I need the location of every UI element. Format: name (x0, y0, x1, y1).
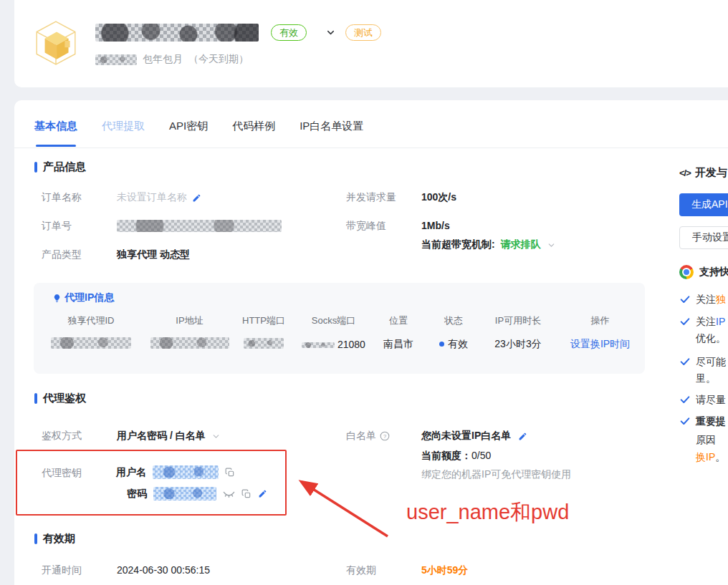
set-ip-rotate-time-link[interactable]: 设置换IP时间 (555, 338, 645, 351)
tip-item: 尽可能 (679, 356, 726, 369)
col-action: 操作 (555, 314, 645, 327)
tab-basic-info[interactable]: 基本信息 (34, 120, 77, 147)
cell-proxy-id (34, 337, 148, 351)
open-time-value: 2024-06-30 00:56:15 (117, 564, 210, 576)
tab-ip-whitelist[interactable]: IP白名单设置 (300, 120, 363, 147)
col-ip: IP地址 (148, 314, 231, 327)
whitelist-label: 白名单 (346, 430, 376, 443)
order-subtitle: 包年包月 （今天到期） (95, 53, 249, 66)
whitelist-status: 您尚未设置IP白名单 (421, 430, 511, 443)
tab-code-sample[interactable]: 代码样例 (232, 120, 275, 147)
sidebar-title: 开发与 (695, 166, 727, 180)
product-type-value: 独享代理 动态型 (117, 248, 190, 261)
check-icon (679, 415, 691, 427)
check-icon (679, 316, 691, 327)
order-header-card: 有效 测试 包年包月 （今天到期） (14, 0, 728, 87)
tab-bar: 基本信息 代理提取 API密钥 代码样例 IP白名单设置 (34, 120, 363, 147)
page: 有效 测试 包年包月 （今天到期） 基本信息 代理提取 API密钥 代码样例 I… (0, 0, 728, 585)
masked-order-no (117, 220, 282, 232)
chevron-down-icon[interactable] (325, 27, 336, 38)
col-http-port: HTTP端口 (231, 314, 297, 327)
product-type-label: 产品类型 (42, 248, 82, 261)
question-circle-icon[interactable]: ? (380, 431, 390, 441)
proxy-table-header: 独享代理ID IP地址 HTTP端口 Socks端口 位置 状态 IP可用时长 … (34, 314, 645, 327)
svg-text:?: ? (383, 433, 386, 440)
annotation-arrow (290, 473, 398, 541)
col-socks-port: Socks端口 (297, 314, 370, 327)
status-dot (439, 342, 444, 347)
col-duration: IP可用时长 (481, 314, 555, 327)
expiry-note: （今天到期） (188, 53, 249, 66)
col-proxy-id: 独享代理ID (34, 314, 148, 327)
tip-item: 重要提 (679, 415, 726, 428)
quota-value: 0/50 (471, 450, 491, 461)
tip-continuation: 里。 (696, 372, 716, 385)
check-icon (679, 394, 691, 405)
open-time-label: 开通时间 (42, 564, 82, 577)
over-bandwidth-mode[interactable]: 请求排队 (501, 238, 541, 251)
edit-whitelist-icon[interactable] (518, 432, 527, 441)
status-badge: 有效 (271, 24, 307, 41)
tip-continuation: 优化。 (696, 332, 726, 345)
auth-method-label: 鉴权方式 (42, 430, 82, 443)
masked-subtitle-text (95, 54, 137, 65)
auth-method-chevron-icon[interactable] (211, 432, 221, 441)
test-badge: 测试 (345, 24, 381, 41)
tab-api-key[interactable]: API密钥 (169, 120, 208, 147)
tab-proxy-extract[interactable]: 代理提取 (102, 120, 145, 147)
bandwidth-value: 1Mb/s (421, 220, 450, 231)
product-cube-icon (32, 19, 80, 67)
proxy-ip-panel-title: 代理IP信息 (52, 291, 114, 304)
chrome-support-text: 支持快 (699, 266, 728, 279)
masked-order-id (95, 24, 259, 42)
quota-label: 当前额度： (421, 450, 471, 461)
tip-item: 请尽量 (679, 394, 726, 407)
cell-location: 南昌市 (370, 338, 426, 351)
validity-period-value: 5小时59分 (421, 564, 468, 577)
concurrency-label: 并发请求量 (346, 191, 396, 204)
tip-item: 关注IP (679, 316, 725, 329)
manual-setup-button[interactable]: 手动设置 (679, 226, 728, 249)
tip-continuation: 原因 (696, 434, 716, 447)
check-icon (679, 356, 691, 367)
tip-continuation: 换IP。 (696, 451, 725, 464)
col-location: 位置 (370, 314, 426, 327)
code-icon: </> (679, 168, 691, 178)
check-icon (679, 294, 691, 305)
cell-ip (148, 337, 231, 351)
cell-socks-port: 21080 (297, 339, 370, 350)
over-bandwidth-chevron-icon[interactable] (547, 241, 556, 250)
lightbulb-icon (52, 294, 62, 303)
over-bandwidth-label: 当前超带宽机制: (421, 238, 495, 251)
bandwidth-label: 带宽峰值 (346, 220, 386, 233)
tip-item: 关注独 (679, 294, 726, 306)
generate-api-button[interactable]: 生成API (679, 193, 728, 216)
cell-status: 有效 (426, 338, 481, 351)
col-status: 状态 (426, 314, 481, 327)
section-title-validity: 有效期 (34, 532, 75, 546)
section-title-product-info: 产品信息 (34, 160, 86, 174)
order-name-value: 未设置订单名称 (117, 191, 187, 204)
validity-period-label: 有效期 (346, 564, 376, 577)
billing-type: 包年包月 (143, 53, 183, 66)
cell-http-port (231, 338, 297, 351)
section-title-proxy-auth: 代理鉴权 (34, 392, 86, 405)
concurrency-value: 100次/s (421, 191, 456, 204)
edit-order-name-icon[interactable] (192, 193, 201, 203)
tab-divider (14, 148, 728, 148)
order-name-label: 订单名称 (42, 191, 82, 204)
cell-duration: 23小时3分 (481, 338, 555, 351)
annotation-text: user_name和pwd (406, 498, 569, 527)
proxy-table-row: 21080 南昌市 有效 23小时3分 设置换IP时间 (34, 337, 645, 351)
whitelist-hint: 绑定您的机器IP可免代理密钥使用 (421, 468, 571, 481)
annotation-highlight-box (16, 450, 287, 516)
proxy-ip-panel-title-text: 代理IP信息 (64, 291, 114, 304)
order-no-label: 订单号 (42, 220, 72, 233)
proxy-ip-panel: 代理IP信息 独享代理ID IP地址 HTTP端口 Socks端口 位置 状态 … (34, 283, 645, 374)
auth-method-value[interactable]: 用户名密码 / 白名单 (117, 430, 206, 443)
chrome-icon (679, 265, 694, 279)
